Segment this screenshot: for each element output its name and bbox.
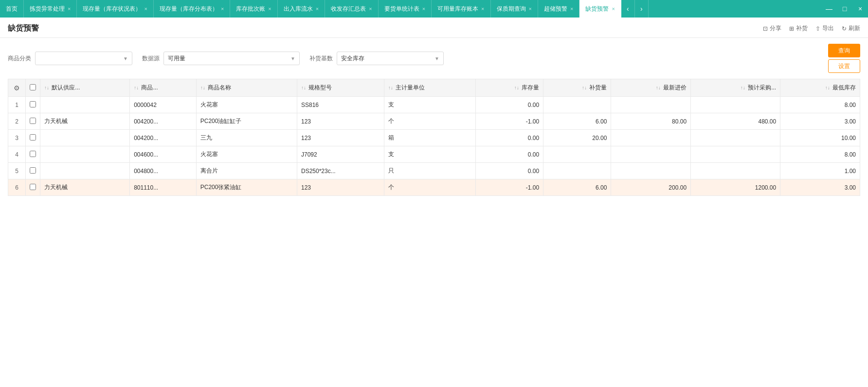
tab-close-inventory-dist[interactable]: × [221,6,224,12]
tab-close-flow[interactable]: × [316,6,319,12]
cell-replenish-4 [543,146,611,163]
row-checkbox-5[interactable] [26,163,40,179]
category-label: 商品分类 [8,54,31,63]
table-row: 3 004200... 三九 123 箱 0.00 20.00 10.00 [8,130,860,146]
cell-spec-5: DS250*23c... [297,163,384,179]
tab-nav-left[interactable]: ‹ [621,0,635,18]
tab-expiry[interactable]: 保质期查询 × [491,0,538,18]
sort-icon[interactable]: ↑↓ [301,85,306,90]
maximize-btn[interactable]: □ [837,0,852,18]
row-checkbox-1[interactable] [26,97,40,113]
col-product-code: ↑↓ 商品... [130,79,197,97]
tab-close-shortage[interactable]: × [612,6,615,12]
window-close-btn[interactable]: × [852,0,868,18]
select-all-checkbox[interactable] [30,84,36,90]
cell-supplier-3 [40,130,130,146]
tab-overstock[interactable]: 超储预警 × [538,0,579,18]
query-button[interactable]: 查询 [828,44,860,57]
col-replenish: ↑↓ 补货量 [543,79,611,97]
sort-icon[interactable]: ↑↓ [44,85,49,90]
col-stock: ↑↓ 库存量 [475,79,543,97]
col-checkbox-header[interactable] [26,79,40,97]
replenish-button[interactable]: ⊞ 补货 [789,24,808,33]
col-gear[interactable]: ⚙ [8,79,26,97]
main-content: 缺货预警 ⊡ 分享 ⊞ 补货 ⇧ 导出 ↻ 刷新 商品分类 [0,18,868,387]
cell-product-name-6: PC200张紧油缸 [196,179,297,196]
replenish-basis-label: 补货基数 [309,54,333,63]
row-num-6: 6 [8,179,26,196]
row-checkbox-3[interactable] [26,130,40,146]
tab-flow[interactable]: 出入库流水 × [278,0,325,18]
sort-icon[interactable]: ↑↓ [825,85,830,90]
cell-unit-2: 个 [384,113,475,130]
tab-close-inventory-status[interactable]: × [144,6,147,12]
cell-replenish-1 [543,97,611,113]
sort-icon[interactable]: ↑↓ [741,85,745,90]
page-header: 缺货预警 ⊡ 分享 ⊞ 补货 ⇧ 导出 ↻ 刷新 [0,18,868,38]
sort-icon[interactable]: ↑↓ [388,85,393,90]
tab-close-picking[interactable]: × [68,6,71,12]
replenish-basis-value: 安全库存 [341,54,434,63]
datasource-select[interactable]: 可用量 ▼ [163,52,300,65]
tab-home[interactable]: 首页 [0,0,24,18]
cell-product-code-6: 801110... [130,179,197,196]
cell-min-stock-5: 1.00 [780,163,860,179]
sort-icon[interactable]: ↑↓ [656,85,661,90]
tab-shortage[interactable]: 缺货预警 × [579,0,621,18]
cell-spec-2: 123 [297,113,384,130]
cell-min-stock-3: 10.00 [780,130,860,146]
cell-unit-3: 箱 [384,130,475,146]
tab-close-batch-account[interactable]: × [268,6,271,12]
sort-icon[interactable]: ↑↓ [514,85,519,90]
cell-supplier-6: 力天机械 [40,179,130,196]
row-checkbox-6[interactable] [26,179,40,196]
col-unit: ↑↓ 主计量单位 [384,79,475,97]
sort-icon[interactable]: ↑↓ [134,85,139,90]
category-filter-group: 商品分类 ▼ [8,52,132,65]
tab-close-summary[interactable]: × [369,6,372,12]
tab-summary[interactable]: 收发存汇总表 × [325,0,378,18]
replenish-basis-filter-group: 补货基数 安全库存 ▼ [309,52,444,65]
tab-inventory-dist[interactable]: 现存量（库存分布表） × [154,0,230,18]
cell-product-code-3: 004200... [130,130,197,146]
settings-button[interactable]: 设置 [828,59,860,73]
cell-product-code-5: 004800... [130,163,197,179]
category-select[interactable]: ▼ [35,52,132,65]
tab-close-available[interactable]: × [481,6,484,12]
cell-stock-2: -1.00 [475,113,543,130]
cell-stock-4: 0.00 [475,146,543,163]
export-icon: ⇧ [815,25,820,32]
minimize-btn[interactable]: — [821,0,837,18]
sort-icon[interactable]: ↑↓ [582,85,587,90]
share-button[interactable]: ⊡ 分享 [763,24,781,33]
tab-close-overstock[interactable]: × [570,6,573,12]
table-row: 6 力天机械 801110... PC200张紧油缸 123 个 -1.00 6… [8,179,860,196]
cell-replenish-6: 6.00 [543,179,611,196]
table-row: 4 004600... 火花塞 J7092 支 0.00 8.00 [8,146,860,163]
tab-batch-account[interactable]: 库存批次账 × [230,0,277,18]
shortage-table: ⚙ ↑↓ 默认供应... ↑↓ 商品... ↑↓ 商品 [8,79,860,196]
sort-icon[interactable]: ↑↓ [200,85,205,90]
share-icon: ⊡ [763,25,768,32]
cell-unit-5: 只 [384,163,475,179]
cell-estimated-purchase-1 [691,97,780,113]
export-button[interactable]: ⇧ 导出 [815,24,834,33]
cell-latest-price-2: 80.00 [611,113,691,130]
replenish-basis-select[interactable]: 安全库存 ▼ [337,52,444,65]
row-checkbox-2[interactable] [26,113,40,130]
tab-close-expiry[interactable]: × [529,6,532,12]
row-checkbox-4[interactable] [26,146,40,163]
tab-nav-right[interactable]: › [635,0,649,18]
tab-close-requisition[interactable]: × [422,6,425,12]
header-actions: ⊡ 分享 ⊞ 补货 ⇧ 导出 ↻ 刷新 [763,24,860,33]
refresh-button[interactable]: ↻ 刷新 [842,24,860,33]
gear-icon[interactable]: ⚙ [14,84,20,92]
row-num-5: 5 [8,163,26,179]
cell-product-name-2: PC200油缸缸子 [196,113,297,130]
tab-picking[interactable]: 拣货异常处理 × [24,0,77,18]
tab-inventory-status[interactable]: 现存量（库存状况表） × [77,0,153,18]
row-num-2: 2 [8,113,26,130]
tab-available[interactable]: 可用量库存账本 × [432,0,490,18]
cell-supplier-1 [40,97,130,113]
tab-requisition[interactable]: 要货单统计表 × [379,0,432,18]
